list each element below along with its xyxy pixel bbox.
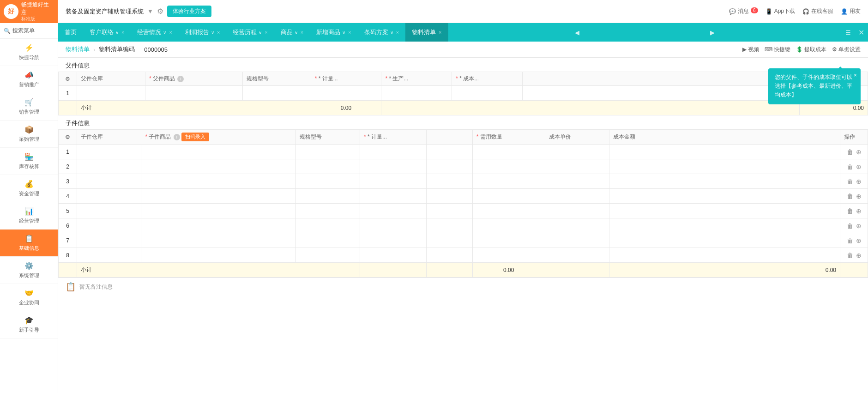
tab-history[interactable]: 经营历程 ∨ × bbox=[226, 23, 274, 42]
child-unit-cell[interactable] bbox=[360, 248, 427, 263]
child-warehouse-cell[interactable] bbox=[77, 248, 141, 263]
user-menu[interactable]: 👤 用友 bbox=[841, 7, 861, 15]
tab-nav-menu[interactable]: ☰ bbox=[842, 29, 855, 36]
sidebar-item-marketing[interactable]: 📣 营销推广 bbox=[0, 66, 58, 93]
tab-bom[interactable]: 物料清单 × bbox=[405, 23, 448, 42]
sidebar-item-enterprise[interactable]: 🤝 企业协同 bbox=[0, 284, 58, 311]
tab-home[interactable]: 首页 bbox=[58, 23, 83, 42]
parent-spec-cell[interactable] bbox=[242, 86, 311, 101]
child-warehouse-cell[interactable] bbox=[77, 218, 141, 233]
sidebar-item-finance[interactable]: 💰 资金管理 bbox=[0, 175, 58, 202]
child-warehouse-cell[interactable] bbox=[77, 204, 141, 218]
tab-profit[interactable]: 利润报告 ∨ × bbox=[179, 23, 226, 42]
breadcrumb-parent[interactable]: 物料清单 bbox=[66, 45, 90, 54]
child-quantity-cell[interactable] bbox=[472, 159, 545, 174]
barcode-tab-close[interactable]: × bbox=[396, 30, 399, 35]
child-unit-cell[interactable] bbox=[360, 218, 427, 233]
extract-cost-button[interactable]: 💲 提取成本 bbox=[796, 46, 826, 54]
child-goods-cell[interactable] bbox=[141, 218, 295, 233]
parent-settings-icon[interactable]: ⚙ bbox=[65, 76, 70, 82]
tooltip-close-button[interactable]: × bbox=[854, 71, 857, 80]
delete-icon[interactable]: 🗑 bbox=[847, 193, 853, 200]
child-quantity-cell[interactable] bbox=[472, 174, 545, 189]
child-spec-cell[interactable] bbox=[295, 174, 360, 189]
shortcuts-button[interactable]: ⌨ 快捷键 bbox=[765, 46, 790, 54]
online-service-button[interactable]: 🎧 在线客服 bbox=[802, 7, 833, 15]
trial-button[interactable]: 体验行业方案 bbox=[167, 6, 211, 17]
child-goods-cell[interactable] bbox=[141, 189, 295, 204]
sidebar-item-quick-nav[interactable]: ⚡ 快捷导航 bbox=[0, 39, 58, 66]
child-unit-cell[interactable] bbox=[360, 189, 427, 204]
child-unit-cost-cell[interactable] bbox=[545, 189, 609, 204]
child-quantity-cell[interactable] bbox=[472, 218, 545, 233]
sidebar-item-basic-info[interactable]: 📋 基础信息 bbox=[0, 230, 58, 257]
copy-icon[interactable]: ⊕ bbox=[856, 207, 862, 215]
customers-tab-close[interactable]: × bbox=[121, 30, 124, 35]
app-download-button[interactable]: 📱 App下载 bbox=[766, 7, 795, 15]
parent-production-cell[interactable] bbox=[381, 86, 452, 101]
parent-unit-cell[interactable] bbox=[311, 86, 381, 101]
settings-button[interactable]: ⚙ bbox=[157, 7, 163, 16]
parent-goods-info-icon[interactable]: i bbox=[177, 76, 184, 82]
sidebar-item-operations[interactable]: 📊 经营管理 bbox=[0, 202, 58, 230]
tab-barcode[interactable]: 条码方案 ∨ × bbox=[358, 23, 405, 42]
sidebar-search[interactable]: 🔍 搜索菜单 bbox=[0, 23, 58, 39]
child-spec-cell[interactable] bbox=[295, 145, 360, 159]
delete-icon[interactable]: 🗑 bbox=[847, 237, 853, 244]
child-unit-cost-cell[interactable] bbox=[545, 218, 609, 233]
tab-customers[interactable]: 客户联络 ∨ × bbox=[83, 23, 131, 42]
profit-tab-close[interactable]: × bbox=[217, 30, 220, 35]
child-warehouse-cell[interactable] bbox=[77, 174, 141, 189]
delete-icon[interactable]: 🗑 bbox=[847, 148, 853, 156]
bom-tab-close[interactable]: × bbox=[439, 30, 441, 35]
child-goods-cell[interactable] bbox=[141, 204, 295, 218]
child-unit-cell[interactable] bbox=[360, 174, 427, 189]
child-goods-cell[interactable] bbox=[141, 159, 295, 174]
sidebar-item-system[interactable]: ⚙️ 系统管理 bbox=[0, 257, 58, 284]
child-spec-cell[interactable] bbox=[295, 233, 360, 248]
copy-icon[interactable]: ⊕ bbox=[856, 193, 862, 200]
child-spec-cell[interactable] bbox=[295, 218, 360, 233]
child-quantity-cell[interactable] bbox=[472, 248, 545, 263]
child-settings-icon[interactable]: ⚙ bbox=[65, 134, 70, 140]
child-goods-info-icon[interactable]: i bbox=[174, 134, 180, 140]
child-warehouse-cell[interactable] bbox=[77, 189, 141, 204]
child-warehouse-cell[interactable] bbox=[77, 233, 141, 248]
child-unit-cost-cell[interactable] bbox=[545, 174, 609, 189]
child-unit-cost-cell[interactable] bbox=[545, 159, 609, 174]
child-unit-cell[interactable] bbox=[360, 204, 427, 218]
child-unit-cell[interactable] bbox=[360, 145, 427, 159]
sidebar-item-inventory[interactable]: 🏪 库存核算 bbox=[0, 148, 58, 175]
sidebar-item-guide[interactable]: 🎓 新手引导 bbox=[0, 311, 58, 339]
child-quantity-cell[interactable] bbox=[472, 233, 545, 248]
new-goods-tab-close[interactable]: × bbox=[348, 30, 351, 35]
goods-tab-close[interactable]: × bbox=[301, 30, 303, 35]
copy-icon[interactable]: ⊕ bbox=[856, 148, 862, 156]
sidebar-item-purchase[interactable]: 📦 采购管理 bbox=[0, 121, 58, 148]
child-warehouse-cell[interactable] bbox=[77, 159, 141, 174]
child-spec-cell[interactable] bbox=[295, 159, 360, 174]
sidebar-item-sales[interactable]: 🛒 销售管理 bbox=[0, 93, 58, 121]
tab-goods[interactable]: 商品 ∨ × bbox=[274, 23, 310, 42]
history-tab-close[interactable]: × bbox=[265, 30, 267, 35]
parent-cost-cell[interactable] bbox=[452, 86, 523, 101]
child-unit-cell[interactable] bbox=[360, 159, 427, 174]
tab-new-goods[interactable]: 新增商品 ∨ × bbox=[310, 23, 357, 42]
delete-icon[interactable]: 🗑 bbox=[847, 252, 853, 259]
child-warehouse-cell[interactable] bbox=[77, 145, 141, 159]
child-spec-cell[interactable] bbox=[295, 248, 360, 263]
copy-icon[interactable]: ⊕ bbox=[856, 222, 862, 230]
video-button[interactable]: ▶ 视频 bbox=[742, 46, 759, 54]
scan-button[interactable]: 扫码录入 bbox=[181, 133, 209, 141]
delete-icon[interactable]: 🗑 bbox=[847, 222, 853, 230]
copy-icon[interactable]: ⊕ bbox=[856, 178, 862, 185]
child-unit-cost-cell[interactable] bbox=[545, 248, 609, 263]
delete-icon[interactable]: 🗑 bbox=[847, 163, 853, 170]
child-quantity-cell[interactable] bbox=[472, 189, 545, 204]
child-unit-cell[interactable] bbox=[360, 233, 427, 248]
message-button[interactable]: 💬 消息 6 bbox=[729, 7, 758, 15]
delete-icon[interactable]: 🗑 bbox=[847, 207, 853, 215]
child-unit-cost-cell[interactable] bbox=[545, 145, 609, 159]
copy-icon[interactable]: ⊕ bbox=[856, 163, 862, 170]
close-all-tabs[interactable]: ✕ bbox=[855, 28, 868, 37]
